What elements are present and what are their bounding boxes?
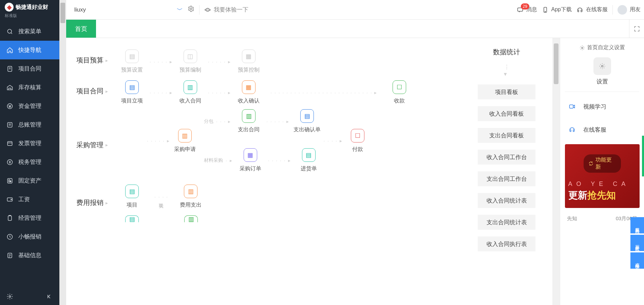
sidebar-item-label: 工资 [18,195,30,203]
node-partial-a[interactable]: ▤ [117,215,147,226]
row-title: 费用报销 [76,198,103,207]
asset-icon [6,177,14,185]
rail-setting-button[interactable]: 设置 [565,57,639,85]
promo-line1: AO YE CA [568,180,630,188]
sidebar-item-search[interactable]: 搜索菜单 [0,22,59,41]
sidebar-item-label: 总账管理 [18,121,41,129]
stat-btn-expend-board[interactable]: 支出合同看板 [478,128,535,143]
node-budget-compose[interactable]: ◫预算编制 [175,50,205,74]
arrow-icon: · · · ▸ [216,119,231,124]
try-label: 我要体验一下 [214,6,248,14]
sidebar-item-contract[interactable]: 项目合同 [0,59,59,78]
scrollbar-thumb[interactable] [60,3,65,23]
workflow-canvas: 项目预算▸ ▤预算设置 · · · · · ▸ ◫预算编制 · · · · · … [66,38,552,305]
arrow-icon: · · · · · ▸ [208,59,231,64]
sidebar-item-tax[interactable]: 税务管理 [0,153,59,171]
canvas-scrollbar[interactable] [552,38,560,305]
download-button[interactable]: App下载 [542,6,572,13]
sidebar-item-assets[interactable]: 固定资产 [0,171,59,190]
node-purchase-order[interactable]: ▦采购订单 [235,148,265,172]
arrow-icon: · · · · · ▸ [266,119,289,124]
sidebar-item-reimburse[interactable]: 小畅报销 [0,227,59,246]
try-button[interactable]: 我要体验一下 [204,6,248,14]
node-budget-control[interactable]: ▦预算控制 [234,50,264,74]
messages-button[interactable]: 29 消息 [517,6,537,13]
stat-btn-expend-report[interactable]: 支出合同统计表 [478,215,535,230]
edge-desktop[interactable]: 桌面快捷 [630,252,644,269]
node-project[interactable]: ▤项目 [117,185,147,209]
settings-icon[interactable] [6,293,14,300]
sidebar-item-inventory[interactable]: 库存核算 [0,78,59,97]
node-payment[interactable]: ☐付款 [343,129,373,153]
node-income-confirm[interactable]: ▦收入确认 [234,80,264,104]
rail-online-support[interactable]: 在线客服 [565,121,639,138]
sidebar-item-base[interactable]: 基础信息 [0,246,59,265]
divider [199,5,200,15]
node-expend-contract[interactable]: ▥支出合同 [234,109,264,133]
phone-icon [542,6,549,13]
node-receive[interactable]: ☐收款 [384,80,414,104]
svg-point-20 [601,65,603,67]
warehouse-icon [6,84,14,91]
scrollbar-thumb[interactable] [554,43,558,84]
node-budget-setting[interactable]: ▤预算设置 [117,50,147,74]
stat-btn-income-board[interactable]: 收入合同看板 [478,106,535,121]
sidebar-item-label: 发票管理 [18,139,41,147]
sidebar-item-operations[interactable]: 经营管理 [0,209,59,227]
rail-custom-title: 首页自定义设置 [565,44,639,51]
edge-hotline[interactable]: 客服热线 [630,217,644,233]
brand-name: 畅捷通好业财 [16,4,48,11]
feedback-edge-tab[interactable] [642,136,644,176]
user-menu[interactable]: 用友 [618,5,641,15]
canvas-wrap: 项目预算▸ ▤预算设置 · · · · · ▸ ◫预算编制 · · · · · … [66,38,560,305]
tabbar: 首页 [66,20,644,38]
svg-rect-4 [7,141,12,146]
flow-row-purchase: 采购管理▸ · · · · · ▸ ▥采购申请 分包 · · · ▸ ▥支出合同 [76,109,463,172]
arrow-icon: · · · · · ▸ [150,59,173,64]
node-project-init[interactable]: ▤项目立项 [117,80,147,104]
row-title: 项目预算 [76,56,103,65]
tax-icon [6,158,14,166]
node-expense-out[interactable]: ▥费用支出 [176,185,206,209]
rail-video-learning[interactable]: 视频学习 [565,98,639,115]
branch-tag-material: 材料采购 [204,157,223,164]
fullscreen-button[interactable] [629,20,644,38]
sidebar-item-label: 基础信息 [18,251,41,259]
stat-btn-expend-workbench[interactable]: 支出合同工作台 [478,171,535,186]
sidebar-item-label: 小畅报销 [18,233,41,241]
edge-community[interactable]: 服务社区 [630,235,644,251]
topbar: liuxy ﹀ 我要体验一下 29 消息 App下载 在线客服 [66,0,644,20]
stat-btn-income-report[interactable]: 收入合同统计表 [478,193,535,208]
triangle-icon: ▸ [106,58,108,63]
body: 项目预算▸ ▤预算设置 · · · · · ▸ ◫预算编制 · · · · · … [66,38,644,305]
headset-icon [576,6,583,13]
support-button[interactable]: 在线客服 [576,6,608,13]
sidebar-item-invoice[interactable]: 发票管理 [0,134,59,153]
sidebar-item-funds[interactable]: 资金管理 [0,97,59,115]
node-income-contract[interactable]: ▥收入合同 [175,80,205,104]
collapse-icon[interactable] [46,293,53,300]
node-partial-b[interactable]: ▥ [176,215,206,226]
node-purchase-apply[interactable]: ▥采购申请 [170,129,200,153]
branch-tag-sub: 分包 [204,118,213,125]
account-selector[interactable]: liuxy ﹀ [74,6,183,14]
account-settings-button[interactable] [188,5,194,14]
tab-home[interactable]: 首页 [66,20,96,38]
node-expend-confirm[interactable]: ▤支出确认单 [292,109,322,133]
promo-banner[interactable]: 功能更新 AO YE CA 更新抢先知 [565,144,640,208]
sidebar-scrollbar[interactable] [59,0,66,305]
clipboard-icon [6,214,14,222]
stat-btn-income-workbench[interactable]: 收入合同工作台 [478,150,535,165]
flow-row-partial: ▤ ▥ [76,213,463,226]
sidebar-item-label: 固定资产 [18,177,41,185]
brand-logo-icon: ◆ [5,3,14,12]
sidebar-item-salary[interactable]: 工资 [0,190,59,209]
stat-btn-income-exec[interactable]: 收入合同执行表 [478,236,535,251]
yen-icon [6,102,14,110]
reimburse-icon [6,233,14,241]
stat-btn-project-board[interactable]: 项目看板 [478,84,535,99]
sidebar-item-ledger[interactable]: 总账管理 [0,115,59,134]
node-goods-in[interactable]: ▤进货单 [294,148,324,172]
stats-column: 数据统计 ⋮▾ 项目看板 收入合同看板 支出合同看板 收入合同工作台 支出合同工… [471,47,542,251]
sidebar-item-quicknav[interactable]: 快捷导航 [0,41,59,59]
